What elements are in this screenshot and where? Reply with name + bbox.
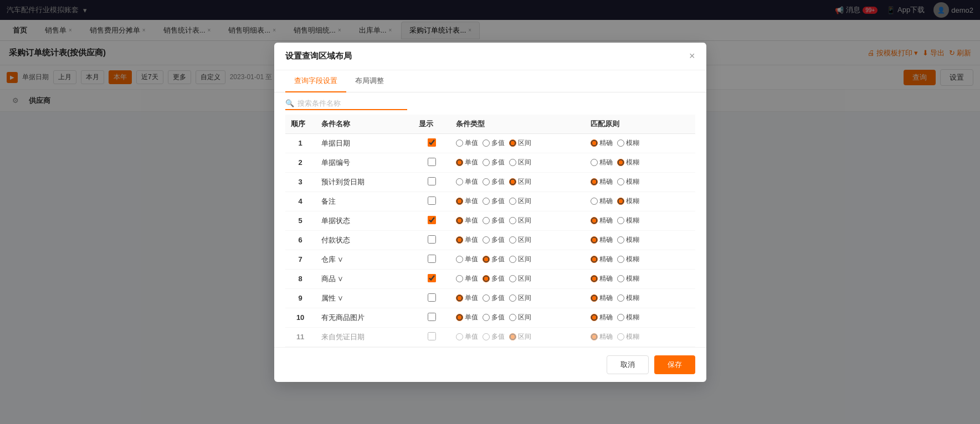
- modal-tabs: 查询字段设置 布局调整: [274, 70, 706, 92]
- modal-header: 设置查询区域布局 ×: [274, 43, 706, 70]
- search-box: 🔍: [285, 99, 407, 110]
- modal-tab-query-fields[interactable]: 查询字段设置: [285, 70, 346, 92]
- search-icon: 🔍: [285, 99, 294, 107]
- modal-close-btn[interactable]: ×: [689, 50, 695, 62]
- modal-search-area: 🔍: [274, 92, 706, 112]
- modal-title: 设置查询区域布局: [285, 51, 352, 61]
- search-input[interactable]: [297, 99, 397, 107]
- modal-tab-layout[interactable]: 布局调整: [346, 70, 393, 92]
- modal-dialog: 设置查询区域布局 × 查询字段设置 布局调整 🔍 顺序 条件名称 显示: [274, 43, 706, 112]
- modal-overlay: 设置查询区域布局 × 查询字段设置 布局调整 🔍 顺序 条件名称 显示: [0, 0, 980, 112]
